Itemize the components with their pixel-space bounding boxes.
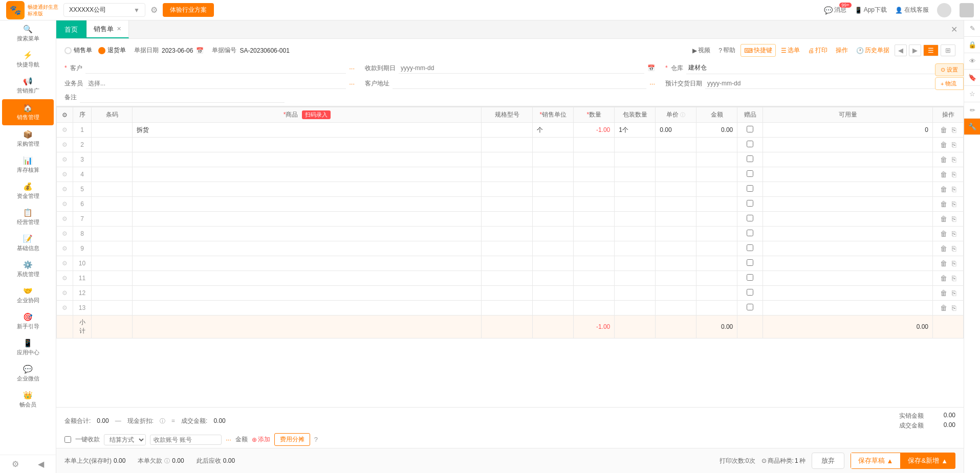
row-copy-btn[interactable]: ⎘ <box>950 303 957 312</box>
experience-btn[interactable]: 体验行业方案 <box>163 3 214 17</box>
row-packqty[interactable] <box>615 182 656 197</box>
row-price[interactable] <box>656 241 696 256</box>
row-price[interactable] <box>656 182 696 197</box>
one-click-checkbox[interactable] <box>64 436 71 443</box>
row-product[interactable] <box>133 301 482 316</box>
scan-btn[interactable]: 扫码录入 <box>302 110 331 119</box>
row-packqty[interactable] <box>615 301 656 316</box>
info-icon2[interactable]: ⓘ <box>164 457 170 465</box>
row-price[interactable] <box>656 167 696 182</box>
nav-next-btn[interactable]: ▶ <box>909 44 921 56</box>
row-unit[interactable] <box>533 138 574 152</box>
sidebar-item-inventory[interactable]: 📊 库存核算 <box>0 152 56 178</box>
tab-close-all[interactable]: ✕ <box>945 20 964 38</box>
row-amount[interactable] <box>696 241 737 256</box>
row-qty[interactable] <box>574 271 615 286</box>
row-spec[interactable] <box>482 197 533 212</box>
row-amount[interactable] <box>696 256 737 271</box>
sidebar-item-basic[interactable]: 📝 基础信息 <box>0 230 56 256</box>
row-spec[interactable] <box>482 271 533 286</box>
row-price[interactable] <box>656 301 696 316</box>
row-product[interactable] <box>133 256 482 271</box>
row-price[interactable] <box>656 256 696 271</box>
row-delete-btn[interactable]: 🗑 <box>939 140 949 149</box>
info-icon[interactable]: ⓘ <box>160 417 165 425</box>
row-settings[interactable]: ⚙ <box>57 301 73 316</box>
float-pencil-btn[interactable]: ✏ <box>964 102 980 119</box>
toolbar-shortcut[interactable]: ⌨ 快捷键 <box>741 44 776 57</box>
account-input[interactable] <box>150 435 222 445</box>
float-star-btn[interactable]: ☆ <box>964 86 980 102</box>
row-price[interactable] <box>656 286 696 301</box>
row-barcode[interactable] <box>92 256 133 271</box>
row-unit[interactable] <box>533 271 574 286</box>
row-packqty[interactable] <box>615 241 656 256</box>
row-gift[interactable] <box>737 167 763 182</box>
receipt-calendar-icon[interactable]: 📅 <box>647 64 655 72</box>
payment-method-select[interactable]: 结算方式 <box>104 434 146 445</box>
sidebar-collapse-btn[interactable]: ◀ <box>38 459 44 469</box>
calendar-icon[interactable]: 📅 <box>196 47 204 54</box>
row-copy-btn[interactable]: ⎘ <box>950 259 957 268</box>
col-settings-header[interactable]: ⚙ <box>57 107 73 123</box>
row-price[interactable] <box>656 271 696 286</box>
salesperson-input[interactable] <box>86 78 346 89</box>
row-amount[interactable] <box>696 286 737 301</box>
receipt-date-input[interactable] <box>399 63 644 74</box>
row-packqty[interactable] <box>615 138 656 152</box>
row-product[interactable] <box>133 286 482 301</box>
row-spec[interactable] <box>482 256 533 271</box>
row-gift[interactable] <box>737 256 763 271</box>
sidebar-item-finance[interactable]: 💰 资金管理 <box>0 178 56 204</box>
sidebar-item-enterprise[interactable]: 🤝 企业协同 <box>0 282 56 308</box>
row-spec[interactable] <box>482 138 533 152</box>
save-draft-btn[interactable]: 保存草稿 ▲ <box>851 453 901 469</box>
row-copy-btn[interactable]: ⎘ <box>950 199 957 209</box>
toolbar-print[interactable]: 🖨 打印 <box>805 44 831 56</box>
expense-split-btn[interactable]: 费用分摊 <box>274 433 310 446</box>
row-delete-btn[interactable]: 🗑 <box>939 229 949 238</box>
row-settings[interactable]: ⚙ <box>57 123 73 138</box>
row-settings[interactable]: ⚙ <box>57 271 73 286</box>
salesperson-more-icon[interactable]: ··· <box>349 80 355 87</box>
row-copy-btn[interactable]: ⎘ <box>950 125 957 134</box>
row-unit[interactable] <box>533 286 574 301</box>
row-packqty[interactable] <box>615 256 656 271</box>
row-gift[interactable] <box>737 227 763 241</box>
row-qty[interactable] <box>574 256 615 271</box>
float-lock-btn[interactable]: 🔒 <box>964 37 980 53</box>
row-amount[interactable] <box>696 227 737 241</box>
row-delete-btn[interactable]: 🗑 <box>939 155 949 164</box>
row-copy-btn[interactable]: ⎘ <box>950 170 957 179</box>
help-circle-icon[interactable]: ? <box>314 436 318 443</box>
row-gift[interactable] <box>737 123 763 138</box>
row-delete-btn[interactable]: 🗑 <box>939 199 949 209</box>
toolbar-help[interactable]: ? 帮助 <box>715 44 738 56</box>
row-gift[interactable] <box>737 212 763 227</box>
row-barcode[interactable] <box>92 123 133 138</box>
avatar[interactable] <box>937 3 951 17</box>
abandon-btn[interactable]: 放弃 <box>812 453 844 469</box>
row-unit[interactable] <box>533 227 574 241</box>
company-selector[interactable]: XXXXXX公司 ▼ <box>63 3 145 17</box>
row-spec[interactable] <box>482 152 533 167</box>
row-copy-btn[interactable]: ⎘ <box>950 288 957 298</box>
sidebar-item-member[interactable]: 👑 畅会员 <box>0 387 56 413</box>
float-edit-btn[interactable]: ✎ <box>964 20 980 37</box>
row-barcode[interactable] <box>92 227 133 241</box>
row-copy-btn[interactable]: ⎘ <box>950 229 957 238</box>
row-delete-btn[interactable]: 🗑 <box>939 244 949 253</box>
row-unit[interactable] <box>533 152 574 167</box>
row-qty[interactable] <box>574 301 615 316</box>
float-tool-btn[interactable]: 🔧 <box>964 119 980 135</box>
row-copy-btn[interactable]: ⎘ <box>950 185 957 194</box>
settings-panel-btn[interactable]: ⊙ 设置 <box>935 63 964 76</box>
row-settings[interactable]: ⚙ <box>57 152 73 167</box>
row-settings[interactable]: ⚙ <box>57 256 73 271</box>
row-gift[interactable] <box>737 182 763 197</box>
address-more-icon[interactable]: ··· <box>649 80 655 87</box>
row-settings[interactable]: ⚙ <box>57 138 73 152</box>
row-unit[interactable] <box>533 256 574 271</box>
toolbar-video[interactable]: ▶ 视频 <box>689 44 713 56</box>
row-amount[interactable]: 0.00 <box>696 123 737 138</box>
